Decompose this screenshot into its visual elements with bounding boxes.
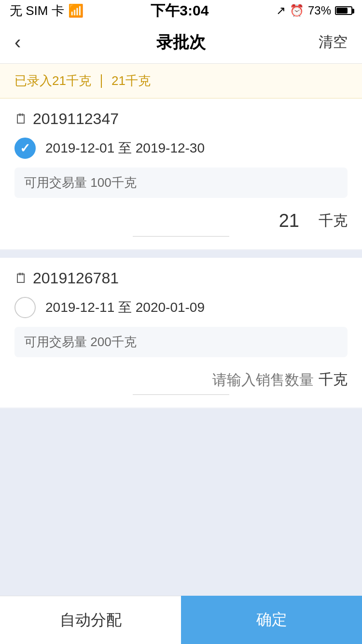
info-divider bbox=[101, 74, 102, 88]
card-row-1[interactable]: ✓ 2019-12-01 至 2019-12-30 bbox=[0, 133, 362, 164]
battery-icon bbox=[335, 6, 352, 15]
batch-id-1: 2019112347 bbox=[33, 110, 119, 128]
empty-area bbox=[0, 408, 362, 611]
info-banner: 已录入21千克 21千克 bbox=[0, 64, 362, 98]
input-divider-2 bbox=[133, 394, 229, 395]
location-icon: ↗ bbox=[276, 4, 286, 17]
quantity-divider-1 bbox=[133, 236, 229, 237]
batch-id-2: 2019126781 bbox=[33, 269, 119, 287]
status-left: 无 SIM 卡 📶 bbox=[10, 2, 84, 19]
status-time: 下午3:04 bbox=[151, 1, 209, 21]
batch-card-1: 🗒 2019112347 ✓ 2019-12-01 至 2019-12-30 可… bbox=[0, 98, 362, 249]
date-range-2: 2019-12-11 至 2020-01-09 bbox=[45, 298, 205, 317]
date-range-1: 2019-12-01 至 2019-12-30 bbox=[45, 139, 205, 157]
card-header-1: 🗒 2019112347 bbox=[0, 98, 362, 133]
clear-button[interactable]: 清空 bbox=[319, 32, 348, 52]
available-qty-2: 可用交易量 200千克 bbox=[14, 327, 348, 357]
checkmark-1: ✓ bbox=[20, 141, 30, 156]
recorded-amount: 已录入21千克 bbox=[14, 72, 91, 89]
quantity-row-1: 21 千克 bbox=[0, 203, 362, 231]
battery-percent: 73% bbox=[308, 4, 331, 17]
card-header-2: 🗒 2019126781 bbox=[0, 258, 362, 292]
input-row-2[interactable]: 千克 bbox=[0, 362, 362, 390]
card-row-2[interactable]: 2019-12-11 至 2020-01-09 bbox=[0, 292, 362, 323]
back-button[interactable]: ‹ bbox=[14, 31, 43, 53]
radio-unchecked-2[interactable] bbox=[14, 297, 36, 318]
page-title: 录批次 bbox=[156, 31, 206, 54]
status-right: ↗ ⏰ 73% bbox=[276, 4, 352, 17]
quantity-input-2[interactable] bbox=[14, 372, 314, 388]
section-separator bbox=[0, 250, 362, 258]
available-qty-1: 可用交易量 100千克 bbox=[14, 168, 348, 198]
no-sim-text: 无 SIM 卡 bbox=[10, 2, 64, 19]
status-bar: 无 SIM 卡 📶 下午3:04 ↗ ⏰ 73% bbox=[0, 0, 362, 21]
input-unit-2: 千克 bbox=[319, 370, 348, 390]
confirm-button[interactable]: 确定 bbox=[181, 596, 362, 644]
batch-card-2: 🗒 2019126781 2019-12-11 至 2020-01-09 可用交… bbox=[0, 258, 362, 407]
bottom-bar: 自动分配 确定 bbox=[0, 596, 362, 644]
document-icon-2: 🗒 bbox=[14, 270, 28, 286]
wifi-icon: 📶 bbox=[68, 3, 84, 18]
radio-checked-1[interactable]: ✓ bbox=[14, 138, 36, 159]
alarm-icon: ⏰ bbox=[290, 4, 304, 17]
quantity-value-1: 21 bbox=[279, 210, 299, 231]
amount-value: 21千克 bbox=[111, 72, 151, 89]
nav-bar: ‹ 录批次 清空 bbox=[0, 21, 362, 64]
quantity-unit-1: 千克 bbox=[319, 211, 348, 231]
auto-distribute-button[interactable]: 自动分配 bbox=[0, 596, 181, 644]
document-icon-1: 🗒 bbox=[14, 111, 28, 127]
